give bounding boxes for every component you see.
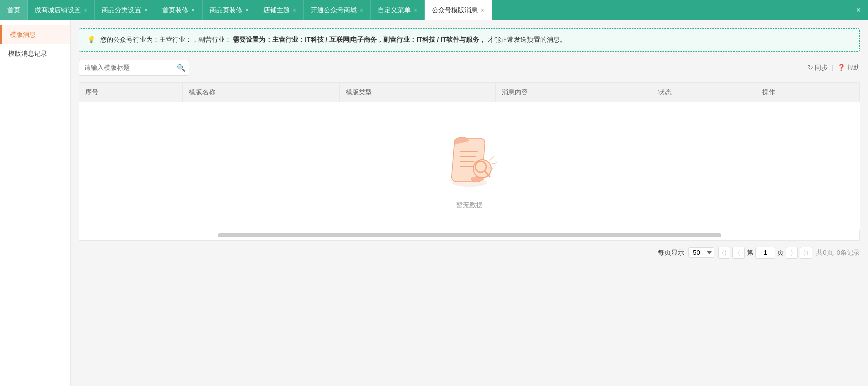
- tab-item-7[interactable]: 自定义菜单×: [371, 0, 425, 20]
- tab-close-icon[interactable]: ×: [360, 7, 363, 14]
- table-header-row: 序号模版名称模版类型消息内容状态操作: [79, 82, 860, 102]
- tab-label: 店铺主题: [263, 6, 290, 15]
- tab-label: 首页装修: [162, 6, 188, 15]
- first-page-button[interactable]: ⟨⟨: [718, 247, 730, 259]
- col-header-action: 操作: [756, 82, 860, 102]
- notice-highlight: 需要设置为：主营行业：IT科技 / 互联网|电子商务，副营行业：IT科技 / I…: [233, 36, 486, 43]
- tab-item-0[interactable]: 首页: [0, 0, 28, 20]
- tab-close-icon[interactable]: ×: [293, 7, 296, 14]
- toolbar-right: ↻ 同步 | ❓ 帮助: [808, 63, 860, 72]
- sync-label: 同步: [815, 63, 828, 72]
- sidebar-item-0[interactable]: 模版消息: [0, 25, 70, 44]
- search-input-wrap: 🔍: [79, 60, 189, 76]
- page-label-post: 页: [777, 248, 784, 257]
- tab-close-icon[interactable]: ×: [144, 7, 148, 14]
- empty-text: 暂无数据: [79, 201, 860, 210]
- tab-item-5[interactable]: 店铺主题×: [256, 0, 304, 20]
- tab-close-icon[interactable]: ×: [245, 7, 249, 14]
- col-header-status: 状态: [652, 82, 756, 102]
- help-label: 帮助: [847, 63, 860, 72]
- col-header-name: 模版名称: [182, 82, 339, 102]
- pagination-bar: 每页显示 50 20 100 ⟨⟨ ⟨ 第 页 ⟩ ⟩⟩ 共0页, 0条记录: [79, 241, 860, 261]
- last-page-button[interactable]: ⟩⟩: [800, 247, 812, 259]
- tab-label: 微商城店铺设置: [35, 6, 81, 15]
- empty-state: 暂无数据: [79, 102, 860, 230]
- page-size-select[interactable]: 50 20 100: [688, 247, 714, 258]
- tab-close-icon[interactable]: ×: [481, 7, 484, 14]
- help-icon: ❓: [837, 64, 845, 71]
- col-header-type: 模版类型: [339, 82, 496, 102]
- sync-button[interactable]: ↻ 同步: [808, 63, 828, 72]
- tab-item-4[interactable]: 商品页装修×: [203, 0, 256, 20]
- tab-label: 自定义菜单: [378, 6, 411, 15]
- tab-label: 公众号模版消息: [432, 6, 478, 15]
- tab-item-3[interactable]: 首页装修×: [155, 0, 203, 20]
- notice-text-suffix: 才能正常发送预置的消息。: [488, 36, 566, 43]
- current-page-input[interactable]: [755, 247, 775, 259]
- notice-icon: 💡: [87, 36, 95, 43]
- scrollbar-area[interactable]: [79, 230, 860, 241]
- col-header-content: 消息内容: [496, 82, 652, 102]
- tab-label: 首页: [7, 6, 20, 15]
- data-table: 序号模版名称模版类型消息内容状态操作: [79, 82, 860, 102]
- sidebar-item-1[interactable]: 模版消息记录: [0, 44, 70, 63]
- sync-icon: ↻: [808, 64, 813, 71]
- tab-close-icon[interactable]: ×: [191, 7, 195, 14]
- tab-item-6[interactable]: 开通公众号商城×: [304, 0, 371, 20]
- search-bar: 🔍 ↻ 同步 | ❓ 帮助: [79, 60, 860, 76]
- next-page-button[interactable]: ⟩: [786, 247, 798, 259]
- tab-close-icon[interactable]: ×: [414, 7, 417, 14]
- tab-item-1[interactable]: 微商城店铺设置×: [28, 0, 95, 20]
- total-info: 共0页, 0条记录: [816, 248, 860, 257]
- notice-text-prefix: 您的公众号行业为：主营行业：，副营行业：: [100, 36, 231, 43]
- page-label-pre: 第: [747, 248, 753, 257]
- toolbar-divider: |: [832, 64, 833, 71]
- tab-label: 开通公众号商城: [311, 6, 357, 15]
- tab-item-8[interactable]: 公众号模版消息×: [425, 0, 492, 20]
- prev-page-button[interactable]: ⟨: [732, 247, 745, 259]
- sidebar: 模版消息模版消息记录: [0, 20, 71, 386]
- tab-close-icon[interactable]: ×: [84, 7, 87, 14]
- horizontal-scrollbar[interactable]: [218, 233, 721, 237]
- page-size-label: 每页显示: [658, 248, 684, 257]
- tab-item-2[interactable]: 商品分类设置×: [95, 0, 155, 20]
- page-nav: ⟨⟨ ⟨ 第 页 ⟩ ⟩⟩: [718, 247, 812, 259]
- tab-label: 商品页装修: [210, 6, 242, 15]
- tab-bar: 首页微商城店铺设置×商品分类设置×首页装修×商品页装修×店铺主题×开通公众号商城…: [0, 0, 868, 20]
- search-icon[interactable]: 🔍: [177, 64, 185, 72]
- tab-label: 商品分类设置: [102, 6, 141, 15]
- col-header-index: 序号: [79, 82, 183, 102]
- notice-box: 💡 您的公众号行业为：主营行业：，副营行业： 需要设置为：主营行业：IT科技 /…: [79, 28, 860, 52]
- main-layout: 模版消息模版消息记录 💡 您的公众号行业为：主营行业：，副营行业： 需要设置为：…: [0, 20, 868, 386]
- help-button[interactable]: ❓ 帮助: [837, 63, 860, 72]
- empty-icon: [439, 132, 500, 193]
- search-input[interactable]: [79, 60, 189, 76]
- global-close-button[interactable]: ×: [849, 6, 868, 15]
- content-area: 💡 您的公众号行业为：主营行业：，副营行业： 需要设置为：主营行业：IT科技 /…: [71, 20, 868, 386]
